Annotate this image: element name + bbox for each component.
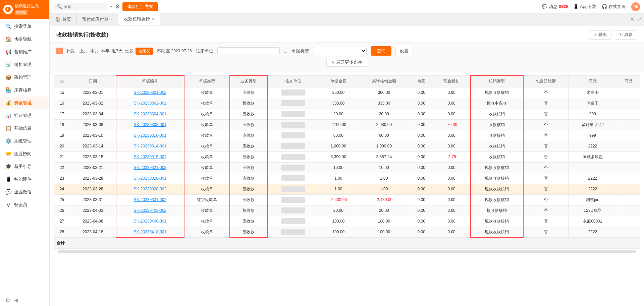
app-icon: 📱 — [573, 4, 579, 9]
search-input[interactable] — [63, 4, 104, 9]
counterpart-input[interactable] — [217, 47, 280, 55]
bill-no-link[interactable]: SK-20230321-003 — [134, 165, 166, 170]
td-bill-no[interactable]: SK-20230301-002 — [116, 87, 184, 98]
td-counterpart: ████ — [268, 87, 319, 98]
bill-no-link[interactable]: SK-20230301-002 — [134, 90, 166, 95]
sidebar-item-新手引导[interactable]: 🎓新手引导 — [0, 160, 49, 173]
bill-no-link[interactable]: SK-20230315-002 — [134, 155, 166, 159]
td-bill-no[interactable]: SK-20230304-001 — [116, 109, 184, 119]
expand-icon[interactable]: ⤢ — [637, 16, 641, 22]
footer-label: 合计 — [54, 238, 640, 249]
sidebar-item-企业协同[interactable]: 🤝企业协同 — [0, 147, 49, 160]
bill-no-link[interactable]: SK-20230408-001 — [134, 219, 166, 224]
bill-no-link[interactable]: SK-20230308-001 — [134, 122, 166, 127]
td-bill-no[interactable]: SK-20230328-001 — [116, 173, 184, 184]
td-bill-no[interactable]: SK-20230308-001 — [116, 119, 184, 130]
bill-no-link[interactable]: SK-20230310-001 — [134, 133, 166, 138]
online-service-item[interactable]: 🎧 在线客服 — [602, 4, 626, 10]
th-bill-no: 单据编号 — [116, 75, 184, 87]
sidebar-item-企业微信[interactable]: 💬企业微信 — [0, 186, 49, 198]
td-bill-no[interactable]: SK-20230315-002 — [116, 151, 184, 162]
tab-prepayment-close[interactable]: × — [110, 17, 113, 22]
sidebar-item-采购管理[interactable]: 📦采购管理 — [0, 71, 49, 84]
td-bill-no[interactable]: SK-20230418-001 — [116, 227, 184, 238]
sidebar-item-快捷导航[interactable]: 🏠快捷导航 — [0, 33, 49, 46]
collapse-icon[interactable]: ◀ — [14, 297, 18, 303]
sidebar-item-基础信息[interactable]: 📋基础信息 — [0, 122, 49, 135]
close-window-icon[interactable]: ✕ — [630, 16, 634, 22]
td-cash-disc: 0.00 — [433, 87, 470, 98]
sidebar-item-畅会员[interactable]: V畅会员 — [0, 198, 49, 211]
td-bill-no[interactable]: SK-20230321-003 — [116, 162, 184, 173]
query-button[interactable]: 查询 — [371, 46, 391, 56]
sidebar-item-智能硬件[interactable]: 📱智能硬件 — [0, 173, 49, 186]
settings-bottom-icon[interactable]: ⚙ — [5, 297, 10, 303]
sidebar-menu: 🔍搜索菜单🏠快捷导航📢营销推广🛒销售管理📦采购管理🏪库存核算💰资金管理📊经营管理… — [0, 19, 49, 294]
sidebar-item-经营管理[interactable]: 📊经营管理 — [0, 109, 49, 122]
tabbar-right: ✕ ⤢ — [630, 13, 644, 25]
bill-no-link[interactable]: SK-20230328-002 — [134, 187, 166, 191]
bill-no-link[interactable]: SK-20230418-001 — [134, 230, 166, 234]
tab-home[interactable]: 🏠 首页 — [50, 13, 77, 25]
sidebar-item-系统管理[interactable]: ⚙️系统管理 — [0, 135, 49, 147]
tab-prepayment[interactable]: 预付款应付单 × — [77, 13, 118, 25]
bill-no-link[interactable]: SK-20230403-002 — [134, 208, 166, 213]
app-download-item[interactable]: 📱 App下载 — [573, 4, 596, 10]
bill-no-link[interactable]: SK-20230314-001 — [134, 144, 166, 148]
search-wrap: 🔍 — [54, 3, 107, 10]
avatar[interactable]: Rit — [631, 2, 640, 11]
sidebar-item-营销推广[interactable]: 📢营销推广 — [0, 46, 49, 58]
td-bill-no[interactable]: SK-20230310-001 — [116, 130, 184, 141]
date-opt-7days[interactable]: 近7天 — [112, 48, 123, 54]
th-goods2: 商品 — [617, 75, 640, 87]
export-button[interactable]: ↗ 导出 — [589, 30, 611, 40]
td-bill-no[interactable]: SK-20230314-001 — [116, 141, 184, 151]
date-range-display: 不限 至 2023-07-26 — [157, 48, 192, 54]
logo-text: 畅康道好生意 — [15, 4, 39, 9]
expand-more-button[interactable]: ∨ 展开更多条件 — [326, 58, 368, 67]
filter-expand-button[interactable]: » — [56, 48, 63, 54]
filter-bar: » 日期 上月 本月 本年 近7天 更多 自定义 不限 至 2023-07-26… — [50, 43, 644, 72]
sidebar-item-资金管理[interactable]: 💰资金管理 — [0, 97, 49, 109]
td-bill-no[interactable]: SK-20230408-001 — [116, 216, 184, 227]
setting-button[interactable]: 设置 — [395, 46, 413, 56]
td-bill-no[interactable]: SK-20230403-002 — [116, 205, 184, 216]
industry-solution-button[interactable]: 体验行业方案 — [122, 2, 158, 11]
bill-no-link[interactable]: SK-20230302-002 — [134, 101, 166, 106]
td-verify-type: 收款核销 — [471, 119, 523, 130]
td-bill-no[interactable]: SK-20230302-002 — [116, 98, 184, 109]
bill-no-link[interactable]: SK-20230331-002 — [134, 197, 166, 202]
table-scrollbar[interactable] — [58, 250, 636, 253]
table-row: 16 2023-03-02 SK-20230302-002 收款单 预收款 ██… — [54, 98, 640, 109]
message-item[interactable]: 💬 消息 99+ — [542, 4, 568, 10]
td-verify-type: 现款收款核销 — [471, 87, 523, 98]
tab-verify[interactable]: 收款核销执行 × — [118, 13, 160, 25]
sidebar-icon: 🤝 — [5, 151, 11, 157]
column-settings-icon[interactable]: ⚙ — [60, 78, 64, 84]
sidebar-item-库存核算[interactable]: 🏪库存核算 — [0, 84, 49, 97]
sidebar-icon: 🏠 — [5, 36, 11, 42]
main-area: 🔍 ▾ ⚙ 体验行业方案 💬 消息 99+ 📱 App下载 🎧 在线客服 Rit — [50, 0, 644, 306]
tab-verify-close[interactable]: × — [152, 17, 154, 21]
date-opt-last-month[interactable]: 上月 — [79, 48, 88, 54]
bill-no-link[interactable]: SK-20230304-001 — [134, 112, 166, 116]
td-bill-no[interactable]: SK-20230331-002 — [116, 194, 184, 205]
bill-no-link[interactable]: SK-20230328-001 — [134, 176, 166, 181]
td-bill-no[interactable]: SK-20230328-002 — [116, 184, 184, 194]
refresh-button[interactable]: ↻ 刷新 — [615, 30, 637, 40]
sidebar-item-销售管理[interactable]: 🛒销售管理 — [0, 58, 49, 71]
bill-type-select[interactable] — [313, 47, 367, 55]
custom-date-button[interactable]: 自定义 — [136, 48, 153, 55]
td-goods: 123D商品 — [568, 205, 617, 216]
td-verify-type: 现款收款核销 — [471, 184, 523, 194]
date-opt-this-year[interactable]: 本年 — [101, 48, 110, 54]
sidebar-item-搜索菜单[interactable]: 🔍搜索菜单 — [0, 20, 49, 33]
date-opt-more[interactable]: 更多 — [125, 48, 133, 54]
gear-icon[interactable]: ⚙ — [115, 3, 120, 10]
td-no: 22 — [54, 162, 70, 173]
logo-badge: 标推版 — [15, 10, 28, 15]
more-dots[interactable]: ... — [284, 49, 287, 54]
td-amount: -2,430.00 — [319, 194, 358, 205]
th-settings[interactable]: ⚙ — [54, 75, 70, 87]
date-opt-this-month[interactable]: 本月 — [90, 48, 99, 54]
